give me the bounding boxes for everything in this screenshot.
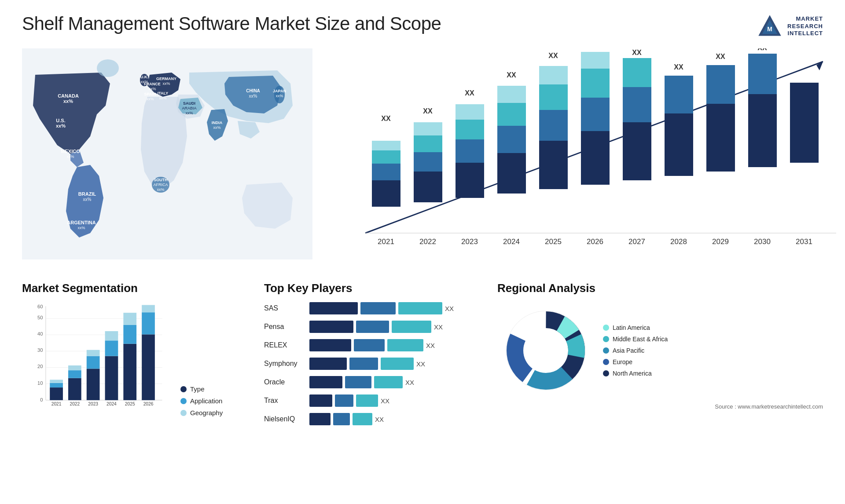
svg-text:2031: 2031 — [796, 237, 812, 246]
bar-2021-s3 — [372, 150, 400, 164]
svg-text:60: 60 — [37, 304, 43, 309]
mexico-label: MEXICO — [61, 149, 80, 154]
player-name-symphony: Symphony — [264, 360, 306, 368]
legend-dot-geo — [180, 410, 187, 416]
legend-latin-america: Latin America — [603, 324, 668, 331]
player-name-nielsen: NielsenIQ — [264, 415, 306, 423]
svg-text:XX: XX — [757, 48, 767, 51]
svg-rect-113 — [142, 312, 155, 334]
player-xx-nielsen: XX — [375, 416, 384, 423]
page: Shelf Management Software Market Size an… — [0, 0, 845, 504]
svg-rect-112 — [142, 334, 155, 400]
label-asia-pacific: Asia Pacific — [613, 347, 644, 354]
bar-2021-s4 — [372, 141, 400, 150]
svg-rect-49 — [581, 98, 610, 131]
player-bars-symphony: XX — [309, 358, 425, 370]
svg-text:xx%: xx% — [159, 96, 166, 100]
svg-text:XX: XX — [423, 107, 433, 115]
india-label: INDIA — [212, 121, 223, 125]
segmentation-section: Market Segmentation 0 10 20 30 40 50 60 — [22, 281, 242, 416]
svg-text:xx%: xx% — [213, 125, 220, 130]
svg-rect-55 — [623, 58, 651, 87]
dot-asia-pacific — [603, 347, 609, 354]
svg-text:XX: XX — [716, 53, 725, 60]
svg-rect-104 — [105, 356, 118, 400]
canada-label: CANADA — [58, 93, 79, 99]
svg-text:2027: 2027 — [628, 237, 645, 246]
south-africa-label: SOUTH — [154, 178, 168, 182]
svg-text:2022: 2022 — [70, 402, 80, 406]
svg-rect-62 — [790, 83, 819, 163]
year-2021: 2021 — [378, 237, 394, 246]
svg-rect-60 — [748, 94, 777, 167]
svg-text:2029: 2029 — [712, 237, 729, 246]
player-bars-pensa: XX — [309, 321, 443, 333]
spain-label: SPAIN — [144, 92, 156, 96]
player-name-sas: SAS — [264, 304, 306, 312]
map-container: CANADA xx% U.S. xx% MEXICO xx% BRAZIL xx… — [22, 48, 312, 259]
svg-rect-33 — [456, 163, 484, 198]
svg-text:2025: 2025 — [125, 402, 135, 406]
svg-text:30: 30 — [37, 347, 43, 353]
main-content: CANADA xx% U.S. xx% MEXICO xx% BRAZIL xx… — [22, 48, 823, 268]
svg-text:XX: XX — [548, 52, 558, 59]
svg-rect-39 — [497, 126, 526, 153]
svg-text:2023: 2023 — [88, 402, 98, 406]
list-item: Symphony XX — [264, 358, 484, 370]
svg-rect-38 — [497, 153, 526, 194]
legend-mea: Middle East & Africa — [603, 336, 668, 343]
svg-rect-40 — [497, 103, 526, 126]
legend-label-app: Application — [190, 397, 222, 405]
growth-chart-section: XX XX XX — [321, 48, 845, 268]
legend-application: Application — [180, 397, 223, 405]
svg-text:2023: 2023 — [461, 237, 478, 246]
svg-rect-35 — [456, 120, 484, 139]
legend-label-geo: Geography — [190, 409, 223, 416]
svg-rect-51 — [581, 52, 610, 69]
svg-text:xx%: xx% — [63, 99, 73, 104]
dot-north-america — [603, 370, 609, 376]
svg-text:40: 40 — [37, 331, 43, 336]
svg-rect-114 — [142, 305, 155, 313]
germany-label: GERMANY — [156, 77, 176, 81]
brazil-label: BRAZIL — [78, 191, 96, 197]
france-label: FRANCE — [144, 82, 161, 86]
svg-point-4 — [97, 59, 119, 77]
svg-rect-58 — [706, 104, 735, 172]
svg-text:xx%: xx% — [157, 187, 164, 192]
growth-bar-chart: XX XX XX — [348, 48, 845, 251]
svg-text:50: 50 — [37, 315, 43, 320]
svg-rect-102 — [87, 350, 100, 356]
list-item: RELEX XX — [264, 339, 484, 351]
bar-2021-s1 — [372, 180, 400, 207]
japan-label: JAPAN — [273, 89, 286, 93]
donut-hole — [526, 331, 566, 370]
segmentation-title: Market Segmentation — [22, 281, 242, 295]
segmentation-svg: 0 10 20 30 40 50 60 — [22, 302, 172, 416]
saudi-label: SAUDI — [183, 101, 195, 106]
svg-text:xx%: xx% — [162, 81, 170, 86]
legend-label-type: Type — [190, 385, 205, 393]
svg-text:xx%: xx% — [148, 87, 156, 91]
uk-label: U.K. — [140, 75, 148, 79]
players-list: SAS XX Pensa XX — [264, 302, 484, 431]
player-xx-pensa: XX — [434, 323, 443, 331]
svg-rect-110 — [123, 313, 136, 325]
svg-rect-101 — [87, 356, 100, 369]
logo-icon: M — [757, 13, 783, 40]
player-name-relex: RELEX — [264, 341, 306, 349]
svg-text:xx%: xx% — [185, 111, 193, 115]
svg-text:2026: 2026 — [587, 237, 603, 246]
legend-asia-pacific: Asia Pacific — [603, 347, 668, 354]
svg-text:2022: 2022 — [419, 237, 436, 246]
key-players-section: Top Key Players SAS XX Pensa — [242, 281, 484, 431]
svg-text:AFRICA: AFRICA — [153, 183, 168, 187]
segmentation-legend: Type Application Geography — [180, 385, 223, 416]
svg-rect-94 — [50, 380, 63, 383]
regional-legend: Latin America Middle East & Africa Asia … — [603, 324, 668, 377]
player-name-oracle: Oracle — [264, 378, 306, 386]
svg-text:20: 20 — [37, 364, 43, 369]
svg-rect-93 — [50, 383, 63, 387]
svg-text:XX: XX — [674, 63, 683, 71]
player-bars-nielsen: XX — [309, 413, 384, 425]
